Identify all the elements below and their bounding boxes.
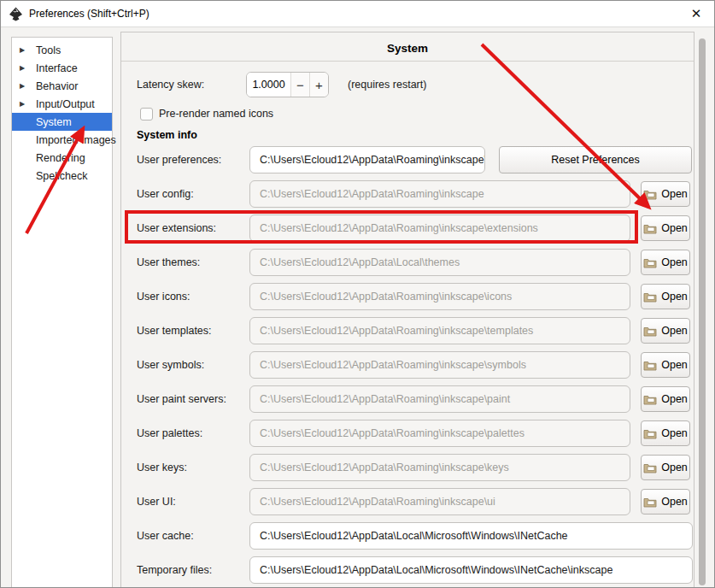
path-row-user-keys: User keys:C:\Users\Ecloud12\AppData\Roam…	[137, 454, 678, 481]
requires-restart-note: (requires restart)	[348, 79, 426, 91]
user-paint-servers-open-button[interactable]: Open	[641, 386, 690, 412]
open-folder-icon	[643, 189, 657, 200]
path-row-user-palettes: User palettes:C:\Users\Ecloud12\AppData\…	[137, 420, 678, 447]
user-config-field[interactable]: C:\Users\Ecloud12\AppData\Roaming\inksca…	[249, 180, 630, 208]
user-symbols-label: User symbols:	[137, 359, 249, 371]
open-folder-icon	[643, 291, 657, 303]
expander-triangle-icon[interactable]: ▶	[20, 47, 25, 54]
sidebar-item-tools[interactable]: ▶Tools	[12, 41, 112, 59]
user-themes-field[interactable]: C:\Users\Ecloud12\AppData\Local\themes	[249, 249, 630, 276]
decrement-button[interactable]: −	[290, 73, 309, 97]
open-button-label: Open	[661, 462, 688, 473]
open-folder-icon	[643, 394, 657, 405]
sidebar-item-label: Interface	[36, 62, 78, 74]
expander-triangle-icon[interactable]: ▶	[20, 83, 25, 90]
sidebar-item-label: Imported Images	[36, 134, 116, 146]
user-extensions-open-button[interactable]: Open	[641, 215, 690, 241]
sidebar-item-label: Behavior	[36, 80, 78, 92]
sidebar-item-label: Input/Output	[36, 98, 95, 110]
user-symbols-open-button[interactable]: Open	[641, 352, 690, 378]
user-palettes-field[interactable]: C:\Users\Ecloud12\AppData\Roaming\inksca…	[249, 420, 630, 447]
user-themes-open-button[interactable]: Open	[641, 250, 690, 275]
sidebar-item-label: Rendering	[36, 152, 85, 164]
open-folder-icon	[643, 497, 657, 508]
prerender-row: Pre-render named icons	[137, 107, 678, 121]
user-extensions-label: User extensions:	[137, 222, 249, 234]
open-button-label: Open	[661, 359, 688, 371]
open-button-label: Open	[661, 325, 688, 337]
increment-button[interactable]: +	[309, 73, 328, 97]
temporary-files-label: Temporary files:	[137, 564, 249, 576]
path-row-user-extensions: User extensions:C:\Users\Ecloud12\AppDat…	[137, 215, 678, 242]
expander-triangle-icon[interactable]: ▶	[20, 65, 25, 72]
user-preferences-field[interactable]: C:\Users\Ecloud12\AppData\Roaming\inksca…	[249, 146, 485, 173]
user-templates-field[interactable]: C:\Users\Ecloud12\AppData\Roaming\inksca…	[249, 317, 630, 344]
user-palettes-open-button[interactable]: Open	[641, 420, 690, 446]
path-row-user-templates: User templates:C:\Users\Ecloud12\AppData…	[137, 317, 678, 344]
scrollbar-thumb[interactable]	[699, 38, 706, 585]
open-button-label: Open	[661, 427, 688, 439]
preferences-sidebar: ▶Tools▶Interface▶Behavior▶Input/OutputSy…	[11, 37, 113, 588]
prerender-checkbox[interactable]	[140, 108, 153, 121]
user-preferences-label: User preferences:	[137, 154, 249, 166]
path-row-user-themes: User themes:C:\Users\Ecloud12\AppData\Lo…	[137, 249, 678, 276]
panel-content: Latency skew: 1.0000 − + (requires resta…	[121, 62, 694, 588]
latency-skew-row: Latency skew: 1.0000 − + (requires resta…	[137, 72, 678, 97]
user-keys-open-button[interactable]: Open	[641, 455, 690, 480]
sidebar-item-label: Tools	[36, 44, 61, 56]
user-config-label: User config:	[137, 188, 249, 200]
user-ui-open-button[interactable]: Open	[641, 489, 690, 514]
open-button-label: Open	[661, 222, 688, 234]
user-paint-servers-label: User paint servers:	[137, 393, 249, 405]
temporary-files-field[interactable]: C:\Users\Ecloud12\AppData\Local\Microsof…	[249, 556, 693, 584]
inkscape-logo-icon	[9, 7, 23, 21]
path-row-temporary-files: Temporary files:C:\Users\Ecloud12\AppDat…	[137, 556, 678, 584]
path-row-user-paint-servers: User paint servers:C:\Users\Ecloud12\App…	[137, 385, 678, 413]
user-cache-field[interactable]: C:\Users\Ecloud12\AppData\Local\Microsof…	[249, 522, 693, 550]
system-info-rows: User preferences:C:\Users\Ecloud12\AppDa…	[137, 146, 678, 584]
user-paint-servers-field[interactable]: C:\Users\Ecloud12\AppData\Roaming\inksca…	[249, 385, 630, 413]
user-icons-open-button[interactable]: Open	[641, 284, 690, 309]
sidebar-item-input-output[interactable]: ▶Input/Output	[12, 95, 112, 113]
title-bar: Preferences (Shift+Ctrl+P) ✕	[1, 1, 714, 27]
sidebar-item-interface[interactable]: ▶Interface	[12, 59, 112, 77]
user-palettes-label: User palettes:	[137, 427, 249, 439]
user-icons-label: User icons:	[137, 291, 249, 303]
path-row-user-preferences: User preferences:C:\Users\Ecloud12\AppDa…	[137, 146, 678, 173]
sidebar-item-behavior[interactable]: ▶Behavior	[12, 77, 112, 95]
latency-skew-spinbox: 1.0000 − +	[246, 72, 329, 97]
sidebar-item-system[interactable]: System	[12, 113, 112, 131]
user-ui-label: User UI:	[137, 496, 249, 508]
user-templates-label: User templates:	[137, 325, 249, 337]
sidebar-item-spellcheck[interactable]: Spellcheck	[12, 167, 112, 185]
path-row-user-icons: User icons:C:\Users\Ecloud12\AppData\Roa…	[137, 283, 678, 310]
system-panel: System Latency skew: 1.0000 − + (require…	[120, 32, 694, 588]
reset-preferences-button[interactable]: Reset Preferences	[499, 146, 692, 173]
vertical-scrollbar[interactable]	[698, 37, 706, 587]
sidebar-item-label: Spellcheck	[36, 170, 87, 182]
window-title: Preferences (Shift+Ctrl+P)	[29, 8, 149, 20]
path-row-user-cache: User cache:C:\Users\Ecloud12\AppData\Loc…	[137, 522, 678, 550]
latency-skew-value[interactable]: 1.0000	[247, 73, 290, 97]
user-config-open-button[interactable]: Open	[641, 181, 690, 207]
expander-triangle-icon[interactable]: ▶	[20, 101, 25, 108]
user-themes-label: User themes:	[137, 256, 249, 268]
open-folder-icon	[643, 360, 657, 371]
user-extensions-field[interactable]: C:\Users\Ecloud12\AppData\Roaming\inksca…	[249, 215, 630, 242]
sidebar-item-imported-images[interactable]: Imported Images	[12, 131, 112, 149]
close-icon[interactable]: ✕	[683, 1, 709, 26]
open-button-label: Open	[661, 256, 688, 268]
path-row-user-config: User config:C:\Users\Ecloud12\AppData\Ro…	[137, 180, 678, 208]
user-keys-field[interactable]: C:\Users\Ecloud12\AppData\Roaming\inksca…	[249, 454, 630, 481]
system-info-heading: System info	[137, 129, 678, 143]
prerender-label: Pre-render named icons	[159, 108, 273, 120]
open-folder-icon	[643, 223, 657, 234]
open-button-label: Open	[661, 393, 688, 405]
user-ui-field[interactable]: C:\Users\Ecloud12\AppData\Roaming\inksca…	[249, 488, 630, 515]
sidebar-item-rendering[interactable]: Rendering	[12, 149, 112, 167]
user-icons-field[interactable]: C:\Users\Ecloud12\AppData\Roaming\inksca…	[249, 283, 630, 310]
path-row-user-symbols: User symbols:C:\Users\Ecloud12\AppData\R…	[137, 351, 678, 379]
user-templates-open-button[interactable]: Open	[641, 318, 690, 344]
open-button-label: Open	[661, 496, 688, 508]
user-symbols-field[interactable]: C:\Users\Ecloud12\AppData\Roaming\inksca…	[249, 351, 630, 379]
